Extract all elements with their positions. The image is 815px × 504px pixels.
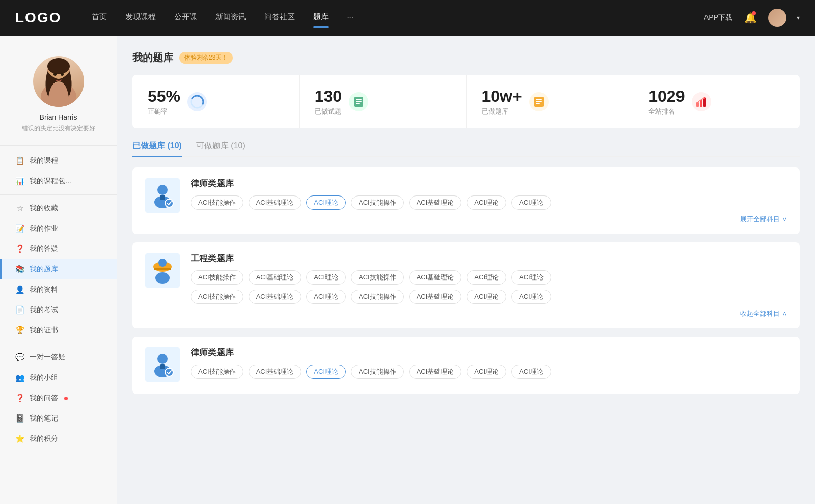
tag-eng-0[interactable]: ACI技能操作 xyxy=(191,270,243,285)
sidebar-item-label: 我的资料 xyxy=(30,285,58,294)
sidebar-item-courses[interactable]: 📋 我的课程 xyxy=(0,151,117,171)
exam-icon: 📄 xyxy=(15,305,24,315)
sidebar: Brian Harris 错误的决定比没有决定要好 📋 我的课程 📊 我的课程包… xyxy=(0,36,117,504)
sidebar-item-tutor[interactable]: 💬 一对一答疑 xyxy=(0,347,117,368)
sidebar-item-exam[interactable]: 📄 我的考试 xyxy=(0,300,117,320)
bank-card-expand-lawyer-1[interactable]: 展开全部科目 ∨ xyxy=(191,215,787,224)
tag-lawyer-2-0[interactable]: ACI技能操作 xyxy=(191,365,243,379)
stat-label-banks: 已做题库 xyxy=(482,107,522,116)
svg-point-19 xyxy=(704,97,706,99)
homework-icon: 📝 xyxy=(15,224,24,233)
tag-eng-11[interactable]: ACI基础理论 xyxy=(409,290,462,304)
sidebar-item-certificate[interactable]: 🏆 我的证书 xyxy=(0,320,117,341)
page-title: 我的题库 xyxy=(132,51,173,65)
tag-eng-2[interactable]: ACI理论 xyxy=(306,270,346,285)
nav-more[interactable]: ··· xyxy=(347,12,354,24)
nav-home[interactable]: 首页 xyxy=(92,12,107,24)
svg-point-3 xyxy=(47,58,70,74)
tag-lawyer-1-3[interactable]: ACI技能操作 xyxy=(351,195,404,210)
nav-qa[interactable]: 问答社区 xyxy=(264,12,295,24)
tag-eng-3[interactable]: ACI技能操作 xyxy=(351,270,404,285)
stat-value-correct: 55% xyxy=(148,87,180,106)
stat-value-banks: 10w+ xyxy=(482,87,522,106)
sidebar-item-my-qa[interactable]: ❓ 我的问答 xyxy=(0,388,117,408)
tab-done-banks[interactable]: 已做题库 (10) xyxy=(132,141,182,156)
tab-available-banks[interactable]: 可做题库 (10) xyxy=(196,141,246,156)
sidebar-item-groups[interactable]: 👥 我的小组 xyxy=(0,368,117,388)
sidebar-avatar[interactable] xyxy=(33,56,84,107)
avatar-dropdown-arrow[interactable]: ▾ xyxy=(797,14,800,21)
tag-eng-12[interactable]: ACI理论 xyxy=(467,290,506,304)
favorites-icon: ☆ xyxy=(15,204,24,213)
stat-value-questions: 130 xyxy=(315,87,342,106)
tag-lawyer-2-1[interactable]: ACI基础理论 xyxy=(249,365,302,379)
tag-lawyer-2-4[interactable]: ACI基础理论 xyxy=(409,365,462,379)
svg-rect-18 xyxy=(703,98,706,107)
notification-badge xyxy=(752,11,756,15)
nav-openclass[interactable]: 公开课 xyxy=(174,12,197,24)
nav-discover[interactable]: 发现课程 xyxy=(125,12,156,24)
svg-point-27 xyxy=(155,272,170,284)
stat-label-correct: 正确率 xyxy=(148,107,180,116)
points-icon: ⭐ xyxy=(15,434,24,443)
nav-news[interactable]: 新闻资讯 xyxy=(215,12,246,24)
sidebar-item-label: 我的答疑 xyxy=(30,244,58,254)
sidebar-item-points[interactable]: ⭐ 我的积分 xyxy=(0,429,117,449)
tag-eng-13[interactable]: ACI理论 xyxy=(511,290,551,304)
my-qa-icon: ❓ xyxy=(15,394,24,403)
svg-point-26 xyxy=(158,259,167,267)
tag-eng-6[interactable]: ACI理论 xyxy=(511,270,551,285)
svg-point-5 xyxy=(61,73,64,76)
tag-eng-4[interactable]: ACI基础理论 xyxy=(409,270,462,285)
sidebar-item-favorites[interactable]: ☆ 我的收藏 xyxy=(0,198,117,218)
svg-rect-9 xyxy=(356,99,362,100)
tag-eng-9[interactable]: ACI理论 xyxy=(306,290,346,304)
bank-card-tags-lawyer-2: ACI技能操作 ACI基础理论 ACI理论 ACI技能操作 ACI基础理论 AC… xyxy=(191,365,787,379)
tag-lawyer-2-5[interactable]: ACI理论 xyxy=(467,365,506,379)
svg-point-28 xyxy=(157,354,168,364)
tag-lawyer-1-6[interactable]: ACI理论 xyxy=(511,195,551,210)
tag-lawyer-1-5[interactable]: ACI理论 xyxy=(467,195,506,210)
nav-quizbank[interactable]: 题库 xyxy=(313,12,329,24)
tag-lawyer-1-1[interactable]: ACI基础理论 xyxy=(249,195,302,210)
bank-card-body-lawyer-2: 律师类题库 ACI技能操作 ACI基础理论 ACI理论 ACI技能操作 ACI基… xyxy=(191,347,787,384)
bank-card-tags-engineer-row2: ACI技能操作 ACI基础理论 ACI理论 ACI技能操作 ACI基础理论 AC… xyxy=(191,290,787,304)
tag-lawyer-2-2[interactable]: ACI理论 xyxy=(306,365,346,379)
sidebar-menu: 📋 我的课程 📊 我的课程包... ☆ 我的收藏 📝 我的作业 ❓ 我的答疑 � xyxy=(0,146,117,454)
tag-eng-8[interactable]: ACI基础理论 xyxy=(249,290,302,304)
sidebar-item-profile[interactable]: 👤 我的资料 xyxy=(0,279,117,300)
notification-bell[interactable]: 🔔 xyxy=(743,10,758,25)
bank-card-body-engineer: 工程类题库 ACI技能操作 ACI基础理论 ACI理论 ACI技能操作 ACI基… xyxy=(191,253,787,318)
sidebar-item-notes[interactable]: 📓 我的笔记 xyxy=(0,408,117,429)
sidebar-item-quizbank[interactable]: 📚 我的题库 xyxy=(0,259,117,279)
sidebar-item-qa[interactable]: ❓ 我的答疑 xyxy=(0,239,117,259)
avatar[interactable] xyxy=(768,9,786,27)
bank-card-engineer: 工程类题库 ACI技能操作 ACI基础理论 ACI理论 ACI技能操作 ACI基… xyxy=(132,242,800,328)
header: LOGO 首页 发现课程 公开课 新闻资讯 问答社区 题库 ··· APP下载 … xyxy=(0,0,815,36)
sidebar-item-label: 我的积分 xyxy=(30,434,58,443)
tag-eng-10[interactable]: ACI技能操作 xyxy=(351,290,404,304)
tag-eng-1[interactable]: ACI基础理论 xyxy=(249,270,302,285)
stat-label-questions: 已做试题 xyxy=(315,107,342,116)
tag-lawyer-2-3[interactable]: ACI技能操作 xyxy=(351,365,404,379)
tutor-icon: 💬 xyxy=(15,353,24,362)
tag-eng-7[interactable]: ACI技能操作 xyxy=(191,290,243,304)
sidebar-item-label: 我的收藏 xyxy=(30,204,58,213)
sidebar-item-course-packages[interactable]: 📊 我的课程包... xyxy=(0,171,117,191)
sidebar-divider-2 xyxy=(0,344,117,344)
bank-card-title-lawyer-2: 律师类题库 xyxy=(191,347,787,358)
sidebar-item-label: 我的小组 xyxy=(30,373,58,382)
bank-card-expand-engineer[interactable]: 收起全部科目 ∧ xyxy=(191,309,787,318)
svg-rect-25 xyxy=(154,268,171,270)
stat-done-banks: 10w+ 已做题库 xyxy=(467,75,634,128)
tag-lawyer-1-2[interactable]: ACI理论 xyxy=(306,195,346,210)
tag-lawyer-1-0[interactable]: ACI技能操作 xyxy=(191,195,243,210)
sidebar-item-label: 我的问答 xyxy=(30,394,58,403)
app-download-button[interactable]: APP下载 xyxy=(704,13,732,22)
tag-lawyer-1-4[interactable]: ACI基础理论 xyxy=(409,195,462,210)
sidebar-item-homework[interactable]: 📝 我的作业 xyxy=(0,218,117,239)
tag-lawyer-2-6[interactable]: ACI理论 xyxy=(511,365,551,379)
svg-rect-22 xyxy=(160,195,165,200)
quizbank-icon: 📚 xyxy=(15,265,24,274)
tag-eng-5[interactable]: ACI理论 xyxy=(467,270,506,285)
